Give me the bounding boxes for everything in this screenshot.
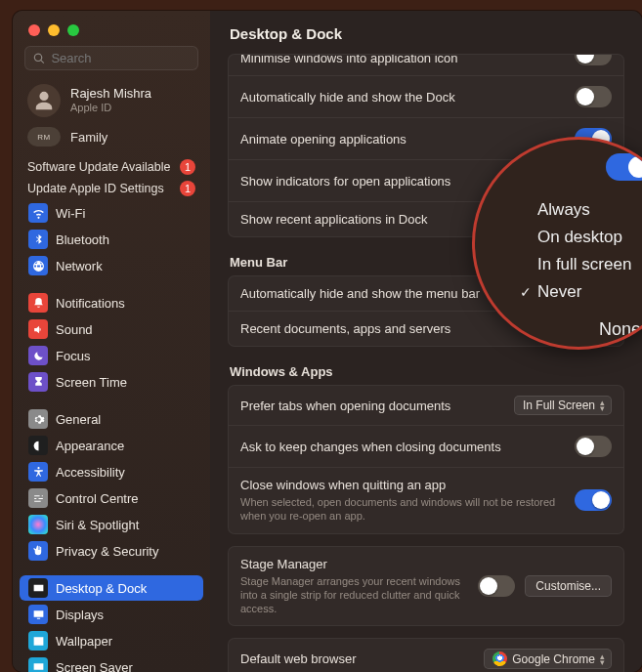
sidebar-item-label: Displays — [56, 608, 104, 622]
sidebar-item-label: Desktop & Dock — [56, 581, 147, 596]
badge-icon: 1 — [180, 181, 195, 196]
stage-manager-toggle[interactable] — [478, 575, 515, 597]
chrome-icon — [492, 651, 507, 666]
software-update-row[interactable]: Software Update Available 1 — [13, 156, 210, 178]
minimize-window-button[interactable] — [48, 24, 60, 36]
svg-point-0 — [34, 521, 43, 529]
sidebar-item-screen-time[interactable]: Screen Time — [20, 369, 203, 395]
menu-option-never[interactable]: ✓Never — [520, 278, 642, 306]
user-sub: Apple ID — [70, 102, 151, 114]
family-label: Family — [70, 130, 107, 145]
sidebar-item-network[interactable]: Network — [20, 253, 203, 278]
ask-toggle[interactable] — [575, 436, 612, 457]
row-label: Minimise windows into application icon — [240, 55, 458, 65]
ask-keep-changes-row: Ask to keep changes when closing documen… — [229, 426, 623, 468]
popup-value: In Full Screen — [523, 399, 595, 412]
row-label: Show indicators for open applications — [240, 174, 450, 189]
menu-option-on desktop[interactable]: On desktop — [520, 224, 642, 251]
sidebar-item-label: Appearance — [56, 439, 124, 453]
close-window-button[interactable] — [28, 24, 40, 36]
search-field[interactable] — [24, 46, 198, 70]
wallpaper-icon — [28, 631, 48, 651]
family-row[interactable]: RM Family — [13, 123, 210, 156]
toggle[interactable] — [575, 86, 612, 107]
window-traffic-lights — [13, 11, 210, 46]
sidebar-item-label: Accessibility — [56, 465, 125, 480]
sidebar-item-appearance[interactable]: Appearance — [20, 433, 203, 458]
sidebar-item-displays[interactable]: Displays — [20, 602, 203, 627]
row-sub: Stage Manager arranges your recent windo… — [240, 574, 478, 616]
sidebar-item-bluetooth[interactable]: Bluetooth — [20, 227, 203, 252]
browser-popup[interactable]: Google Chrome ▴▾ — [484, 649, 612, 669]
menu-option-in full screen[interactable]: In full screen — [520, 251, 642, 278]
sidebar-item-accessibility[interactable]: Accessibility — [20, 459, 203, 484]
sidebar-item-label: Siri & Spotlight — [56, 518, 139, 532]
sidebar-item-label: Notifications — [56, 296, 125, 311]
sidebar-item-sound[interactable]: Sound — [20, 316, 203, 342]
page-title: Desktop & Dock — [210, 11, 642, 54]
row-label: Animate opening applications — [240, 132, 407, 147]
dock-icon — [28, 578, 48, 598]
accessibility-icon — [28, 462, 48, 482]
callout-toggle[interactable] — [606, 153, 642, 181]
bell-icon — [28, 293, 48, 313]
sidebar-item-label: General — [56, 412, 101, 427]
sidebar-item-notifications[interactable]: Notifications — [20, 290, 203, 315]
prefer-tabs-popup[interactable]: In Full Screen ▴▾ — [514, 396, 612, 415]
browser-panel: Default web browser Google Chrome ▴▾ — [228, 638, 624, 672]
row-label: Automatically hide and show the menu bar — [240, 286, 480, 301]
sidebar-item-desktop-dock[interactable]: Desktop & Dock — [20, 575, 203, 601]
sidebar-item-wi-fi[interactable]: Wi-Fi — [20, 200, 203, 226]
update-label: Software Update Available — [27, 160, 170, 174]
row-label: Default web browser — [240, 651, 357, 666]
appearance-icon — [28, 436, 48, 455]
customise-button[interactable]: Customise... — [525, 575, 612, 597]
search-input[interactable] — [51, 51, 190, 65]
toggle[interactable] — [575, 55, 612, 65]
sidebar-item-label: Screen Time — [56, 375, 127, 390]
sidebar-item-label: Wallpaper — [56, 634, 112, 649]
popup-value: Google Chrome — [512, 652, 595, 666]
row-label: Stage Manager — [240, 557, 478, 571]
sidebar-item-label: Bluetooth — [56, 232, 109, 247]
hand-icon — [28, 541, 48, 561]
windows-apps-panel: Prefer tabs when opening documents In Fu… — [228, 385, 624, 534]
sidebar-item-general[interactable]: General — [20, 406, 203, 432]
row-label: Ask to keep changes when closing documen… — [240, 440, 501, 454]
sidebar-item-screen-saver[interactable]: Screen Saver — [20, 654, 203, 672]
row-sub: When selected, open documents and window… — [240, 495, 573, 524]
windows-apps-title: Windows & Apps — [230, 364, 624, 379]
row-label: Prefer tabs when opening documents — [240, 399, 450, 413]
checkmark-icon: ✓ — [520, 284, 537, 300]
speaker-icon — [28, 319, 48, 339]
sidebar-item-wallpaper[interactable]: Wallpaper — [20, 628, 203, 653]
sidebar-item-label: Sound — [56, 322, 93, 337]
menu-option-always[interactable]: Always — [520, 196, 642, 224]
sidebar-item-control-centre[interactable]: Control Centre — [20, 485, 203, 511]
row-label: Automatically hide and show the Dock — [240, 90, 455, 105]
apple-id-update-row[interactable]: Update Apple ID Settings 1 — [13, 178, 210, 199]
close-windows-toggle[interactable] — [575, 489, 612, 511]
sidebar-item-privacy-security[interactable]: Privacy & Security — [20, 538, 203, 564]
stage-manager-row: Stage Manager Stage Manager arranges you… — [229, 547, 623, 626]
badge-icon: 1 — [180, 159, 195, 175]
globe-icon — [28, 256, 48, 275]
chevron-updown-icon: ▴▾ — [600, 399, 605, 411]
row-label: Close windows when quitting an app — [240, 478, 573, 492]
bluetooth-icon — [28, 230, 48, 249]
family-badge: RM — [27, 127, 61, 147]
sliders-icon — [28, 488, 48, 508]
apple-id-row[interactable]: Rajesh Mishra Apple ID — [13, 80, 210, 123]
sidebar-item-label: Screen Saver — [56, 660, 133, 673]
sidebar-item-label: Privacy & Security — [56, 544, 158, 559]
hourglass-icon — [28, 372, 48, 392]
sidebar-item-siri-spotlight[interactable]: Siri & Spotlight — [20, 512, 203, 537]
dock-row-0: Minimise windows into application icon — [229, 55, 623, 76]
update-label: Update Apple ID Settings — [27, 182, 164, 195]
zoom-window-button[interactable] — [67, 24, 79, 36]
sidebar-item-label: Focus — [56, 349, 90, 363]
default-browser-row: Default web browser Google Chrome ▴▾ — [229, 639, 623, 672]
prefer-tabs-row: Prefer tabs when opening documents In Fu… — [229, 386, 623, 426]
row-label: Recent documents, apps and servers — [240, 321, 450, 336]
sidebar-item-focus[interactable]: Focus — [20, 343, 203, 368]
